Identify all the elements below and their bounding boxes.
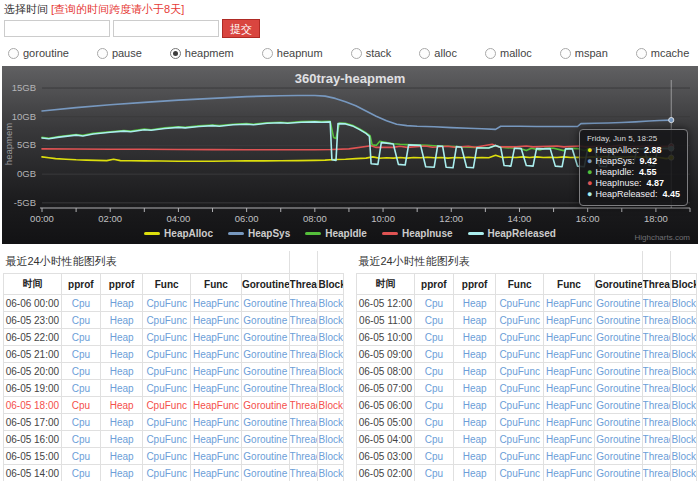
goroutine-profile-link[interactable]: Goroutine [596,315,640,326]
radio-icon[interactable] [97,48,108,59]
thread-profile-link[interactable]: Thread [290,451,318,462]
block-profile-link[interactable]: Block [672,315,696,326]
thread-profile-link[interactable]: Thread [290,332,318,343]
metric-option-alloc[interactable]: alloc [419,47,457,59]
cpu-profile-link[interactable]: Cpu [72,417,90,428]
heap-profile-link[interactable]: Heap [110,332,134,343]
goroutine-profile-link[interactable]: Goroutine [243,298,287,309]
thread-profile-link[interactable]: Thread [290,400,318,411]
heap-profile-link[interactable]: Heap [110,366,134,377]
cpu-profile-link[interactable]: Cpu [72,298,90,309]
goroutine-profile-link[interactable]: Goroutine [243,417,287,428]
goroutine-profile-link[interactable]: Goroutine [243,383,287,394]
series-line-heapsys[interactable] [42,96,671,130]
heapfunc-profile-link[interactable]: HeapFunc [546,468,592,479]
block-profile-link[interactable]: Block [319,366,343,377]
cpu-profile-link[interactable]: Cpu [425,417,443,428]
heap-profile-link[interactable]: Heap [110,298,134,309]
block-profile-link[interactable]: Block [319,417,343,428]
legend-item-heapsys[interactable]: HeapSys [228,228,290,239]
thread-profile-link[interactable]: Thread [643,468,671,479]
heapfunc-profile-link[interactable]: HeapFunc [546,315,592,326]
heapfunc-profile-link[interactable]: HeapFunc [193,315,239,326]
radio-icon[interactable] [419,48,430,59]
heap-profile-link[interactable]: Heap [463,349,487,360]
legend-item-heapinuse[interactable]: HeapInuse [382,228,453,239]
heap-profile-link[interactable]: Heap [463,366,487,377]
heap-profile-link[interactable]: Heap [110,383,134,394]
cpu-profile-link[interactable]: Cpu [425,315,443,326]
block-profile-link[interactable]: Block [319,400,343,411]
heap-profile-link[interactable]: Heap [110,400,134,411]
goroutine-profile-link[interactable]: Goroutine [243,400,287,411]
cpufunc-profile-link[interactable]: CpuFunc [499,451,540,462]
thread-profile-link[interactable]: Thread [290,298,318,309]
heapfunc-profile-link[interactable]: HeapFunc [546,332,592,343]
heap-profile-link[interactable]: Heap [110,468,134,479]
legend-item-heapalloc[interactable]: HeapAlloc [144,228,213,239]
heap-profile-link[interactable]: Heap [110,417,134,428]
goroutine-profile-link[interactable]: Goroutine [596,298,640,309]
goroutine-profile-link[interactable]: Goroutine [596,366,640,377]
heapfunc-profile-link[interactable]: HeapFunc [193,434,239,445]
block-profile-link[interactable]: Block [672,468,696,479]
block-profile-link[interactable]: Block [672,434,696,445]
cpu-profile-link[interactable]: Cpu [72,315,90,326]
block-profile-link[interactable]: Block [672,349,696,360]
cpu-profile-link[interactable]: Cpu [72,451,90,462]
block-profile-link[interactable]: Block [672,332,696,343]
thread-profile-link[interactable]: Thread [290,349,318,360]
block-profile-link[interactable]: Block [672,400,696,411]
cpufunc-profile-link[interactable]: CpuFunc [146,434,187,445]
heapfunc-profile-link[interactable]: HeapFunc [546,383,592,394]
goroutine-profile-link[interactable]: Goroutine [596,468,640,479]
heap-profile-link[interactable]: Heap [463,417,487,428]
heapfunc-profile-link[interactable]: HeapFunc [546,451,592,462]
thread-profile-link[interactable]: Thread [643,383,671,394]
heapfunc-profile-link[interactable]: HeapFunc [546,434,592,445]
block-profile-link[interactable]: Block [319,451,343,462]
block-profile-link[interactable]: Block [672,383,696,394]
heap-profile-link[interactable]: Heap [110,349,134,360]
cpu-profile-link[interactable]: Cpu [425,451,443,462]
metric-option-goroutine[interactable]: goroutine [8,47,69,59]
cpu-profile-link[interactable]: Cpu [425,400,443,411]
start-time-input[interactable] [4,20,110,37]
cpu-profile-link[interactable]: Cpu [425,332,443,343]
cpufunc-profile-link[interactable]: CpuFunc [499,366,540,377]
heap-profile-link[interactable]: Heap [110,315,134,326]
thread-profile-link[interactable]: Thread [643,349,671,360]
goroutine-profile-link[interactable]: Goroutine [596,451,640,462]
cpu-profile-link[interactable]: Cpu [72,400,90,411]
cpufunc-profile-link[interactable]: CpuFunc [146,366,187,377]
heap-profile-link[interactable]: Heap [463,451,487,462]
heap-profile-link[interactable]: Heap [463,468,487,479]
goroutine-profile-link[interactable]: Goroutine [596,332,640,343]
thread-profile-link[interactable]: Thread [290,366,318,377]
block-profile-link[interactable]: Block [672,451,696,462]
block-profile-link[interactable]: Block [672,298,696,309]
heapfunc-profile-link[interactable]: HeapFunc [546,417,592,428]
heapfunc-profile-link[interactable]: HeapFunc [546,298,592,309]
heapfunc-profile-link[interactable]: HeapFunc [193,349,239,360]
thread-profile-link[interactable]: Thread [643,366,671,377]
submit-button[interactable]: 提交 [222,19,260,38]
cpu-profile-link[interactable]: Cpu [72,349,90,360]
cpu-profile-link[interactable]: Cpu [72,366,90,377]
cpufunc-profile-link[interactable]: CpuFunc [499,315,540,326]
heapfunc-profile-link[interactable]: HeapFunc [546,400,592,411]
heapfunc-profile-link[interactable]: HeapFunc [193,400,239,411]
heapfunc-profile-link[interactable]: HeapFunc [193,383,239,394]
thread-profile-link[interactable]: Thread [643,451,671,462]
cpufunc-profile-link[interactable]: CpuFunc [146,451,187,462]
cpufunc-profile-link[interactable]: CpuFunc [499,349,540,360]
heapfunc-profile-link[interactable]: HeapFunc [193,417,239,428]
cpufunc-profile-link[interactable]: CpuFunc [146,417,187,428]
goroutine-profile-link[interactable]: Goroutine [243,315,287,326]
block-profile-link[interactable]: Block [672,366,696,377]
cpu-profile-link[interactable]: Cpu [72,383,90,394]
heapfunc-profile-link[interactable]: HeapFunc [546,366,592,377]
goroutine-profile-link[interactable]: Goroutine [243,434,287,445]
metric-option-malloc[interactable]: malloc [485,47,532,59]
radio-icon[interactable] [636,48,647,59]
